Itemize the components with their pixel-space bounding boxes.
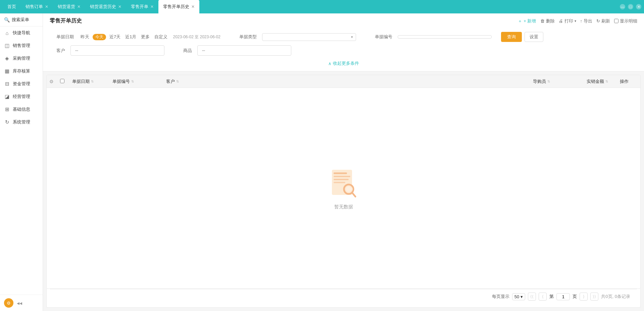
th-action-label: 操作 <box>620 79 629 85</box>
date-btn-yesterday[interactable]: 昨天 <box>79 33 91 41</box>
pagination-bar: 每页显示 50 ▾ ⟨⟨ ⟨ 第 页 ⟩ ⟩⟩ 共0页, 0条记录 <box>50 289 637 304</box>
export-icon: ↑ <box>580 18 583 23</box>
doc-number-input[interactable] <box>398 35 492 39</box>
inventory-icon: ▦ <box>4 68 10 74</box>
sidebar-search[interactable]: 🔍 搜索采单 <box>0 13 43 27</box>
date-btn-7days[interactable]: 近7天 <box>108 33 122 41</box>
svg-rect-3 <box>334 179 349 180</box>
th-number[interactable]: 单据编号 ⇅ <box>110 79 163 85</box>
date-filter-label: 单据日期 <box>56 34 74 40</box>
sidebar: 🔍 搜索采单 ⌂ 快捷导航 ◫ 销售管理 ◈ 采购管理 ▦ 库存核算 ⊟ 资金管 <box>0 13 43 311</box>
tab-close-retail-history[interactable]: ✕ <box>191 4 195 9</box>
th-number-sort-icon: ⇅ <box>131 80 134 83</box>
th-customer[interactable]: 客户 ⇅ <box>163 79 530 85</box>
show-detail-label[interactable]: 显示明细 <box>614 18 637 24</box>
svg-rect-2 <box>334 176 350 177</box>
tab-return-history[interactable]: 销货退货历史 ✕ <box>85 0 126 13</box>
svg-rect-4 <box>334 182 345 183</box>
sidebar-item-finance[interactable]: ⊟ 资金管理 <box>0 77 43 90</box>
print-icon: 🖨 <box>559 18 563 23</box>
th-guide-sort-icon: ⇅ <box>547 80 550 83</box>
delete-button[interactable]: 🗑 删除 <box>540 18 555 24</box>
date-range-display: 2023-06-02 至 2023-06-02 <box>173 34 220 40</box>
date-btn-custom[interactable]: 自定义 <box>153 33 169 41</box>
tab-bar: 首页 销售订单 ✕ 销货退货 ✕ 销货退货历史 ✕ 零售开单 ✕ 零售开单历史 … <box>0 0 644 13</box>
page-label: 第 <box>549 294 554 300</box>
query-button[interactable]: 查询 <box>501 32 522 42</box>
sidebar-search-label: 搜索采单 <box>12 17 29 23</box>
tab-retail-order[interactable]: 零售开单 ✕ <box>126 0 158 13</box>
basic-icon: ⊞ <box>4 106 10 112</box>
filter-area: 单据日期 昨天 今天 近7天 近1月 更多 自定义 2023-06-02 至 2… <box>50 29 637 71</box>
tab-close-sales-order[interactable]: ✕ <box>45 4 48 9</box>
show-detail-checkbox[interactable] <box>614 19 618 23</box>
tab-retail-history[interactable]: 零售开单历史 ✕ <box>158 0 199 13</box>
sidebar-item-system[interactable]: ↻ 系统管理 <box>0 116 43 128</box>
page-title: 零售开单历史 <box>50 17 82 24</box>
filter-settings-button[interactable]: 设置 <box>525 32 543 42</box>
doc-type-select[interactable]: ▾ <box>262 33 356 41</box>
prev-page-button[interactable]: ⟨ <box>539 293 547 301</box>
table-header: ⚙ 单据日期 ⇅ 单据编号 ⇅ 客户 ⇅ 导购员 ⇅ <box>47 75 640 88</box>
svg-point-7 <box>346 187 351 192</box>
close-button[interactable]: ✕ <box>636 4 641 9</box>
doc-type-filter-label: 单据类型 <box>239 34 257 40</box>
finance-icon: ⊟ <box>4 81 10 87</box>
sidebar-item-inventory[interactable]: ▦ 库存核算 <box>0 65 43 77</box>
goods-input[interactable]: ··· <box>197 45 291 56</box>
page-header: 零售开单历史 ＋ + 新增 🗑 删除 🖨 打印 ▾ <box>43 13 644 71</box>
sidebar-footer: ⚙ ◂◂ <box>0 295 43 311</box>
sidebar-item-basic[interactable]: ⊞ 基础信息 <box>0 103 43 116</box>
print-button[interactable]: 🖨 打印 ▾ <box>559 18 576 24</box>
print-dropdown-icon: ▾ <box>575 19 576 23</box>
table-select-all-checkbox[interactable] <box>60 79 69 84</box>
th-guide-label: 导购员 <box>533 79 546 85</box>
last-page-button[interactable]: ⟩⟩ <box>590 293 598 301</box>
add-button[interactable]: ＋ + 新增 <box>518 18 536 24</box>
tab-return[interactable]: 销货退货 ✕ <box>53 0 85 13</box>
home-icon: ⌂ <box>4 30 10 36</box>
data-table: ⚙ 单据日期 ⇅ 单据编号 ⇅ 客户 ⇅ 导购员 ⇅ <box>46 75 641 289</box>
th-amount[interactable]: 实销金额 ⇅ <box>571 79 611 85</box>
maximize-button[interactable]: □ <box>628 4 633 9</box>
date-quick-buttons: 昨天 今天 近7天 近1月 更多 自定义 2023-06-02 至 2023-0… <box>79 33 220 41</box>
th-action: 操作 <box>611 79 638 85</box>
th-amount-label: 实销金额 <box>587 79 604 85</box>
sidebar-item-purchase[interactable]: ◈ 采购管理 <box>0 52 43 65</box>
sales-icon: ◫ <box>4 43 10 49</box>
collapse-button[interactable]: ∧ 收起更多条件 <box>56 59 631 68</box>
th-guide[interactable]: 导购员 ⇅ <box>530 79 571 85</box>
doc-number-filter-label: 单据编号 <box>375 34 392 40</box>
customer-input[interactable]: ··· <box>70 45 164 56</box>
page-unit: 页 <box>573 294 577 300</box>
settings-footer-button[interactable]: ⚙ <box>4 298 13 308</box>
page-number-input[interactable] <box>556 293 570 300</box>
tab-close-return[interactable]: ✕ <box>77 4 81 9</box>
collapse-chevron-icon: ∧ <box>328 61 332 66</box>
minimize-button[interactable]: — <box>620 4 625 9</box>
refresh-button[interactable]: ↻ 刷新 <box>596 18 610 24</box>
tab-sales-order[interactable]: 销售订单 ✕ <box>21 0 53 13</box>
goods-dots: ··· <box>202 47 205 54</box>
export-button[interactable]: ↑ 导出 <box>580 18 593 24</box>
tab-home[interactable]: 首页 <box>3 0 21 13</box>
filter-row-2: 客户 ··· 商品 ··· <box>56 45 631 56</box>
empty-illustration <box>324 166 364 200</box>
first-page-button[interactable]: ⟨⟨ <box>528 293 536 301</box>
sidebar-item-management[interactable]: ◪ 经营管理 <box>0 90 43 103</box>
date-btn-today[interactable]: 今天 <box>93 34 106 40</box>
sidebar-item-nav[interactable]: ⌂ 快捷导航 <box>0 27 43 39</box>
sidebar-collapse-button[interactable]: ◂◂ <box>17 300 22 306</box>
per-page-select[interactable]: 50 ▾ <box>512 293 525 300</box>
tab-close-retail-order[interactable]: ✕ <box>150 4 154 9</box>
date-btn-more[interactable]: 更多 <box>140 33 151 41</box>
svg-rect-1 <box>334 172 347 174</box>
empty-state: 暂无数据 <box>47 88 640 289</box>
th-date[interactable]: 单据日期 ⇅ <box>69 79 110 85</box>
next-page-button[interactable]: ⟩ <box>580 293 588 301</box>
table-settings-icon[interactable]: ⚙ <box>49 79 60 84</box>
date-btn-1month[interactable]: 近1月 <box>124 33 138 41</box>
doc-type-dropdown-icon: ▾ <box>351 35 353 39</box>
sidebar-item-sales[interactable]: ◫ 销售管理 <box>0 39 43 52</box>
tab-close-return-history[interactable]: ✕ <box>118 4 121 9</box>
